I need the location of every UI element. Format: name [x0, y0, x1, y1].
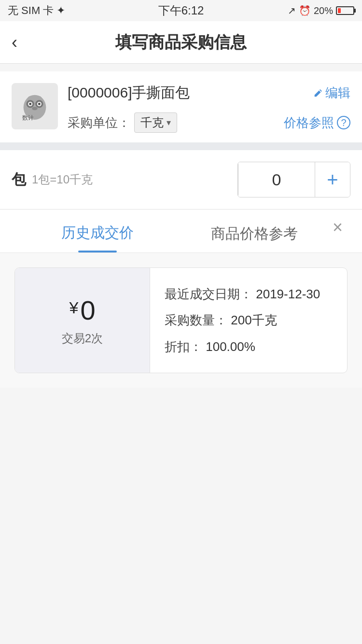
price-info-section: ¥ 0 交易2次 最近成交日期： 2019-12-30 采购数量： 200千克 …	[0, 253, 362, 388]
price-left-panel: ¥ 0 交易2次	[15, 268, 150, 373]
tab-product-price-ref-label: 商品价格参考	[211, 224, 298, 244]
page-title: 填写商品采购信息	[115, 31, 247, 54]
quantity-row: 包 1包=10千克 +	[0, 150, 362, 209]
price-amount: ¥ 0	[69, 294, 95, 326]
section-divider	[0, 142, 362, 150]
recent-date-label: 最近成交日期：	[165, 287, 252, 301]
product-thumbnail: 数计	[12, 83, 58, 129]
nav-bar: ‹ 填写商品采购信息	[0, 21, 362, 64]
recent-date-row: 最近成交日期： 2019-12-30	[165, 285, 333, 303]
product-info: [0000006]手撕面包 编辑 采购单位： 千克 ▾ 价格参照 ?	[68, 83, 350, 133]
status-bar: 无 SIM 卡 ✦ 下午6:12 ↗ ⏰ 20%	[0, 0, 362, 21]
tab-row: 历史成交价 商品价格参考 ×	[0, 210, 362, 253]
tab-active-indicator	[78, 251, 117, 252]
status-right: ↗ ⏰ 20%	[288, 5, 354, 16]
location-icon: ↗	[288, 5, 296, 16]
product-name: [0000006]手撕面包	[68, 83, 190, 103]
owl-logo: 数计	[18, 89, 52, 123]
tab-history-price-label: 历史成交价	[61, 223, 134, 243]
dropdown-arrow-icon: ▾	[167, 117, 171, 128]
battery-percent: 20%	[314, 5, 333, 16]
quantity-unit-info: 包 1包=10千克	[12, 170, 93, 190]
unit-label: 采购单位：	[68, 114, 130, 131]
tab-close-button[interactable]: ×	[333, 217, 343, 245]
back-button[interactable]: ‹	[12, 32, 17, 53]
discount-row: 折扣： 100.00%	[165, 338, 333, 355]
svg-point-5	[29, 103, 31, 105]
tab-product-price-ref[interactable]: 商品价格参考	[176, 210, 332, 252]
help-icon: ?	[337, 116, 350, 129]
status-time: 下午6:12	[158, 3, 204, 18]
edit-button[interactable]: 编辑	[313, 84, 350, 101]
battery-icon	[336, 6, 354, 15]
price-value: 0	[80, 294, 95, 326]
svg-text:数计: 数计	[22, 114, 34, 121]
quantity-input-group: +	[237, 162, 350, 197]
tab-history-price[interactable]: 历史成交价	[19, 210, 176, 252]
price-ref-label: 价格参照	[284, 114, 334, 131]
currency-symbol: ¥	[69, 298, 78, 317]
purchase-qty-label: 采购数量：	[165, 313, 227, 327]
price-reference-button[interactable]: 价格参照 ?	[284, 114, 350, 131]
alarm-icon: ⏰	[299, 5, 311, 16]
purchase-qty-row: 采购数量： 200千克	[165, 311, 333, 329]
edit-label: 编辑	[325, 84, 350, 101]
sim-status: 无 SIM 卡 ✦	[8, 3, 65, 18]
quantity-unit-badge: 包	[12, 170, 26, 190]
quantity-conversion: 1包=10千克	[32, 172, 93, 187]
product-unit-row: 采购单位： 千克 ▾ 价格参照 ?	[68, 112, 350, 133]
bottom-panel: 历史成交价 商品价格参考 × ¥ 0 交易2次 最近成交日期： 2019-12-…	[0, 209, 362, 388]
edit-icon	[313, 88, 323, 98]
recent-date-value: 2019-12-30	[256, 287, 320, 301]
quantity-input[interactable]	[238, 162, 315, 197]
discount-value: 100.00%	[206, 339, 255, 354]
svg-point-6	[38, 103, 41, 105]
status-left: 无 SIM 卡 ✦	[8, 3, 65, 18]
purchase-qty-value: 200千克	[231, 313, 277, 327]
trade-count: 交易2次	[62, 331, 103, 346]
product-name-row: [0000006]手撕面包 编辑	[68, 83, 350, 103]
price-right-panel: 最近成交日期： 2019-12-30 采购数量： 200千克 折扣： 100.0…	[150, 268, 347, 373]
quantity-plus-button[interactable]: +	[315, 162, 350, 197]
price-card: ¥ 0 交易2次 最近成交日期： 2019-12-30 采购数量： 200千克 …	[14, 267, 348, 373]
unit-select[interactable]: 千克 ▾	[134, 112, 177, 133]
svg-point-7	[32, 107, 38, 110]
discount-label: 折扣：	[165, 339, 202, 354]
unit-value: 千克	[140, 115, 164, 130]
product-card: 数计 [0000006]手撕面包 编辑 采购单位： 千克 ▾	[0, 71, 362, 142]
